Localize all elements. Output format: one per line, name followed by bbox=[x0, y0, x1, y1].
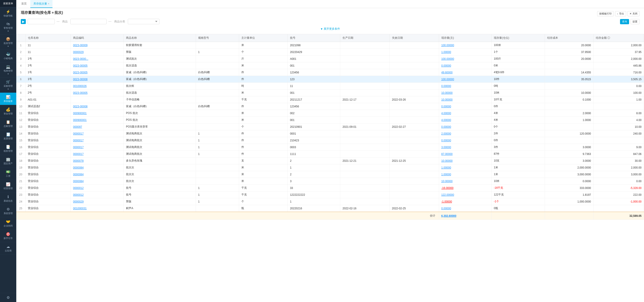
row-num: 23 bbox=[16, 191, 25, 198]
biz-icon: 📈 bbox=[6, 182, 10, 187]
goods-filter[interactable] bbox=[70, 19, 106, 24]
search-expand-btn[interactable]: ▶ bbox=[21, 19, 26, 24]
sidebar-item-asset[interactable]: 💰 资金管理 bbox=[0, 105, 16, 118]
table-row: 8 2号 0023-00005 批次适选 米 001 10.00000 10米 … bbox=[16, 89, 644, 96]
goods-code-link[interactable]: 0023-00005 bbox=[73, 91, 88, 94]
goods-code-link[interactable]: 0000012 bbox=[73, 193, 84, 196]
sidebar-item-label: 总账管理 bbox=[4, 125, 13, 127]
sidebar-item-base-info[interactable]: ℹ 基础信息 bbox=[0, 192, 16, 205]
cell-qty-store: 10支 bbox=[492, 158, 545, 164]
goods-code-link[interactable]: 0000017 bbox=[73, 139, 84, 142]
sidebar-item-fixed-asset[interactable]: 🏢 固定资产 bbox=[0, 155, 16, 168]
goods-code-link[interactable]: 0000017 bbox=[73, 132, 84, 135]
mini-ecom-icon: 🐳 bbox=[6, 52, 10, 56]
goods-code-link[interactable]: 0023-00008 bbox=[73, 105, 88, 108]
cell-unit-cost bbox=[545, 137, 593, 144]
goods-code-link[interactable]: 0000017 bbox=[73, 153, 84, 156]
row-num: 25 bbox=[16, 205, 25, 212]
cell-goods-code: 0023-0000... bbox=[70, 56, 124, 62]
cell-warehouse: 营业综合 bbox=[25, 205, 70, 212]
sidebar-logo[interactable]: 搜索菜单 bbox=[0, 0, 16, 7]
goods-code-link[interactable]: 0000029 bbox=[73, 51, 84, 54]
goods-code-link[interactable]: 0000078 bbox=[73, 159, 84, 163]
cell-qty-main: 87.00000 bbox=[439, 151, 491, 158]
cell-unit: 米 bbox=[239, 89, 288, 96]
warehouse-filter[interactable] bbox=[28, 19, 55, 24]
cell-total-cost: 3,505.15 bbox=[593, 76, 644, 83]
goods-code-link[interactable]: 0023-00008 bbox=[73, 78, 88, 81]
cell-batch: 2 bbox=[288, 158, 340, 164]
sidebar-item-new-guide[interactable]: 🎯 新手引导 bbox=[0, 230, 16, 242]
row-num: 12 bbox=[16, 117, 25, 123]
cell-batch: 1111 bbox=[288, 151, 340, 158]
cell-warehouse: 2号 bbox=[25, 89, 70, 96]
cell-unit-cost: 120.0000 bbox=[545, 130, 593, 137]
row-num: 22 bbox=[16, 185, 25, 191]
close-btn[interactable]: ✕ 关闭 bbox=[628, 11, 640, 16]
goods-code-link[interactable]: 0023-0000... bbox=[73, 57, 88, 61]
goods-code-link[interactable]: 0023-00009 bbox=[73, 44, 88, 47]
cell-goods-code: 0023-00008 bbox=[70, 76, 124, 83]
sidebar-item-quick-nav[interactable]: ⚡ 快捷导航 bbox=[0, 7, 16, 20]
sidebar-item-retail[interactable]: 🛍 零售管理▼ bbox=[0, 20, 16, 35]
sidebar-item-inventory[interactable]: 📊 库存核算 bbox=[0, 93, 16, 105]
cell-unit: 千克 bbox=[239, 96, 288, 103]
cell-qty-store: 10米 bbox=[492, 89, 545, 96]
goods-code-link[interactable]: 000900001 bbox=[73, 118, 87, 122]
sidebar-item-invoice[interactable]: 🧾 发票管理 bbox=[0, 130, 16, 142]
cell-goods-code: 0000017 bbox=[70, 137, 124, 144]
expand-conditions-btn[interactable]: ▼ 展开更多条件 bbox=[21, 27, 640, 31]
nav-tab-库存批次量[interactable]: 库存批次量× bbox=[30, 0, 52, 8]
cell-unit-cost: 1.0000 bbox=[545, 117, 593, 123]
sidebar-item-corp[interactable]: 🤝 企业协同 bbox=[0, 217, 16, 230]
goods-code-link[interactable]: 0000084 bbox=[73, 166, 84, 169]
goods-code-link[interactable]: 0023-00005 bbox=[73, 71, 88, 74]
query-btn[interactable]: 查询 bbox=[620, 19, 629, 24]
settings-btn[interactable]: 设置 bbox=[630, 19, 640, 24]
goods-code-link[interactable]: 0000017 bbox=[73, 146, 84, 149]
sidebar-item-cloud[interactable]: ☁ 云应用 bbox=[0, 242, 16, 255]
nav-tab-首页[interactable]: 首页 bbox=[18, 0, 30, 8]
goods-code-link[interactable]: 001000026 bbox=[73, 84, 87, 88]
goods-code-link[interactable]: 0000012 bbox=[73, 187, 84, 190]
goods-code-link[interactable]: 0000084 bbox=[73, 173, 84, 176]
cell-total-cost: 847.06 bbox=[593, 151, 644, 158]
sidebar-item-label: 发票管理 bbox=[4, 137, 13, 140]
export-btn[interactable]: ↑ 导出 bbox=[615, 11, 626, 16]
cell-qty-main: 4.00000 bbox=[439, 110, 491, 117]
cell-goods-code: 0000012 bbox=[70, 191, 124, 198]
col-unit: 主计量单位 bbox=[239, 34, 288, 42]
cell-goods-name: 批次次 bbox=[124, 171, 196, 178]
row-num: 14 bbox=[16, 130, 25, 137]
cell-total-cost bbox=[593, 137, 644, 144]
cell-batch: 1222222222 bbox=[288, 191, 340, 198]
row-num: 18 bbox=[16, 158, 25, 164]
cell-spec bbox=[196, 62, 239, 69]
sidebar-item-purchase[interactable]: 🛒 采购管理▼ bbox=[0, 77, 16, 93]
goods-code-link[interactable]: 0000029 bbox=[73, 200, 84, 203]
cell-qty-main: -16.00000 bbox=[439, 185, 491, 191]
sidebar-item-system[interactable]: ⚙ 系统管理 bbox=[0, 205, 16, 217]
category-select[interactable] bbox=[128, 19, 160, 24]
goods-code-link[interactable]: 0000084 bbox=[73, 180, 84, 183]
print-btn[interactable]: 按模板打印 bbox=[597, 11, 614, 16]
cell-batch: 1 bbox=[288, 164, 340, 171]
goods-code-link[interactable]: 000900001 bbox=[73, 112, 87, 115]
sidebar-item-ecom[interactable]: 💻 电商管理▼ bbox=[0, 62, 16, 77]
sidebar-item-tax[interactable]: 📑 税务管理 bbox=[0, 142, 16, 155]
tab-close-btn[interactable]: × bbox=[48, 3, 49, 5]
sidebar-item-mini-ecom[interactable]: 🐳 小鲸电商 bbox=[0, 50, 16, 62]
fixed-asset-icon: 🏢 bbox=[6, 157, 10, 162]
sidebar-settings[interactable]: ⚙ bbox=[0, 293, 16, 302]
cell-qty-store: 4米 bbox=[492, 117, 545, 123]
sidebar-item-biz[interactable]: 📈 经营管理 bbox=[0, 180, 16, 192]
sidebar-item-general[interactable]: 📋 总账管理 bbox=[0, 118, 16, 130]
table-row: 21 营业综合 0000084 批次次 米 3 10.00000 10米 0.0… bbox=[16, 178, 644, 185]
goods-code-link[interactable]: 001000031 bbox=[73, 207, 87, 210]
sidebar-item-wholesale[interactable]: 📦 批发管理▼ bbox=[0, 35, 16, 50]
cell-warehouse: 1号 bbox=[25, 69, 70, 76]
goods-code-link[interactable]: 000097 bbox=[73, 125, 82, 128]
cell-goods-code bbox=[70, 96, 124, 103]
sidebar-item-hr[interactable]: 💵 工资 bbox=[0, 168, 16, 180]
goods-code-link[interactable]: 0023-00005 bbox=[73, 64, 88, 67]
